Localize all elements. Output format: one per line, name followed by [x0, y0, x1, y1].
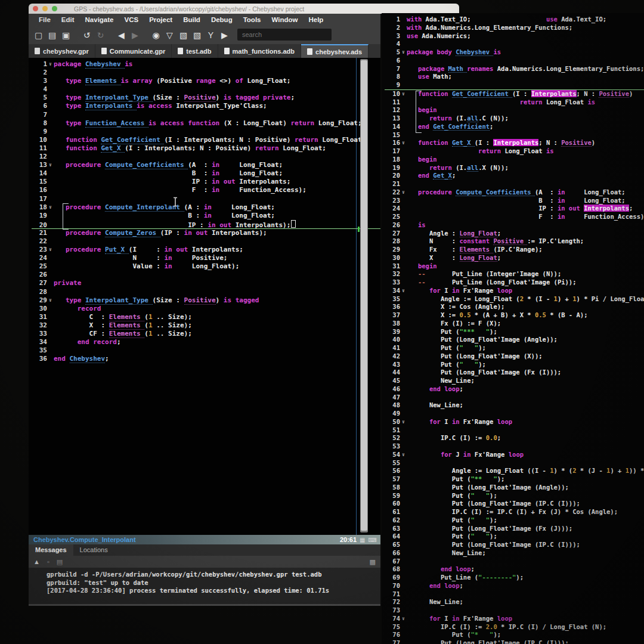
line-number[interactable]: 77	[385, 639, 400, 644]
code-line[interactable]: 27 Angle : Long_Float;	[385, 230, 644, 238]
code-line[interactable]: 1∨package Chebyshev is	[32, 60, 380, 69]
code-line[interactable]: 16∨ function Get_X (I : Interpolants; N …	[385, 139, 644, 147]
new-file-icon[interactable]: ▢	[33, 30, 44, 41]
code-line[interactable]: 41 Put (" ");	[385, 344, 644, 352]
editor-chebyshev-adb[interactable]: 1with Ada.Text_IO; use Ada.Text_IO;2with…	[382, 13, 644, 644]
line-number[interactable]: 21	[32, 229, 47, 237]
line-number[interactable]: 72	[385, 598, 400, 605]
code-line[interactable]: 5 type Interpolant_Type (Size : Positive…	[32, 94, 380, 102]
flask-icon[interactable]: Y	[206, 30, 216, 41]
code-line[interactable]: 14 B : in Long_Float;	[32, 169, 380, 178]
line-number[interactable]: 11	[32, 144, 47, 152]
current-subprogram-link[interactable]: Chebyshev.Compute_Interpolant	[33, 536, 136, 543]
line-number[interactable]: 60	[385, 500, 400, 507]
line-number[interactable]: 21	[385, 180, 400, 187]
line-number[interactable]: 30	[32, 305, 47, 312]
code-line[interactable]: 74∨ for I in Fx'Range loop	[385, 615, 644, 623]
line-number[interactable]: 1	[385, 16, 400, 23]
code-line[interactable]: 5∨package body Chebyshev is	[385, 48, 644, 57]
undo-icon[interactable]: ↺	[82, 30, 92, 41]
keyboard-icon[interactable]: ⌨	[369, 537, 377, 543]
close-window-icon[interactable]	[33, 6, 38, 11]
line-number[interactable]: 13	[385, 114, 400, 122]
line-number[interactable]: 22	[32, 237, 47, 245]
line-number[interactable]: 31	[32, 313, 47, 321]
line-number[interactable]: 16	[32, 186, 47, 194]
code-line[interactable]: 63 Put (Long_Float'Image (Fx (J)));	[385, 525, 644, 533]
code-line[interactable]: 60 Put (Long_Float'Image (IP.C (I)));	[385, 500, 644, 508]
fold-arrow-icon[interactable]: ∨	[400, 49, 407, 55]
tab-chebyshev.ads[interactable]: chebyshev.ads	[301, 44, 369, 58]
line-number[interactable]: 42	[385, 352, 400, 360]
menu-file[interactable]: File	[33, 14, 56, 26]
code-line[interactable]: 35 Angle := Long_Float (2 * (I - 1) + 1)…	[385, 295, 644, 304]
code-line[interactable]: 24 IP : in out Interpolants;	[385, 205, 644, 213]
code-line[interactable]: 50∨ for I in Fx'Range loop	[385, 418, 644, 426]
line-number[interactable]: 11	[385, 98, 400, 106]
code-line[interactable]: 58 Put (Long_Float'Image (Angle));	[385, 484, 644, 492]
code-line[interactable]: 67	[385, 558, 644, 566]
code-line[interactable]: 33 -- Put_Line (Long_Float'Image (Pi));	[385, 278, 644, 287]
line-number[interactable]: 3	[32, 77, 47, 85]
line-number[interactable]: 36	[32, 355, 47, 363]
code-line[interactable]: 72 New_Line;	[385, 598, 644, 606]
line-number[interactable]: 45	[385, 377, 400, 384]
line-number[interactable]: 47	[385, 394, 400, 401]
line-number[interactable]: 29	[32, 296, 47, 304]
line-number[interactable]: 63	[385, 525, 400, 532]
line-number[interactable]: 6	[385, 57, 400, 64]
code-line[interactable]: 21	[385, 180, 644, 188]
menu-edit[interactable]: Edit	[56, 14, 80, 26]
code-line[interactable]: 9	[32, 128, 380, 136]
line-number[interactable]: 58	[385, 484, 400, 491]
code-line[interactable]: 68 end loop;	[385, 565, 644, 574]
code-line[interactable]: 6 type Interpolants is access Interpolan…	[32, 102, 380, 110]
line-number[interactable]: 41	[385, 344, 400, 351]
code-line[interactable]: 65 Put (Long_Float'Image (IP.C (I)));	[385, 541, 644, 549]
code-line[interactable]: 34∨ for I in Fx'Range loop	[385, 287, 644, 295]
line-number[interactable]: 52	[385, 434, 400, 441]
fold-arrow-icon[interactable]: ∨	[400, 140, 407, 145]
line-number[interactable]: 27	[385, 230, 400, 237]
code-line[interactable]: 48 New_Line;	[385, 401, 644, 410]
line-number[interactable]: 12	[32, 153, 47, 160]
code-line[interactable]: 25 F : in Function_Access)	[385, 213, 644, 221]
menu-help[interactable]: Help	[303, 14, 329, 26]
line-number[interactable]: 28	[385, 237, 400, 244]
code-line[interactable]: 73	[385, 606, 644, 615]
line-number[interactable]: 6	[32, 102, 47, 110]
code-line[interactable]: 32 -- Put_Line (Integer'Image (N));	[385, 270, 644, 278]
code-line[interactable]: 26	[32, 271, 380, 279]
line-number[interactable]: 62	[385, 516, 400, 524]
code-line[interactable]: 28	[32, 288, 380, 296]
line-number[interactable]: 67	[385, 558, 400, 565]
code-line[interactable]: 37 X := 0.5 * (A + B) + X * 0.5 * (B - A…	[385, 311, 644, 320]
code-line[interactable]: 42 Put (Long_Float'Image (X));	[385, 352, 644, 361]
line-number[interactable]: 17	[385, 147, 400, 154]
line-number[interactable]: 17	[32, 195, 47, 203]
code-line[interactable]: 29∨ type Interpolant_Type (Size : Positi…	[32, 296, 380, 305]
line-number[interactable]: 48	[385, 401, 400, 408]
preferences-icon[interactable]: ▩	[370, 558, 376, 566]
line-number[interactable]: 59	[385, 492, 400, 499]
code-line[interactable]: 62 Put (" ");	[385, 516, 644, 525]
line-number[interactable]: 33	[385, 278, 400, 286]
code-line[interactable]: 40 Put (Long_Float'Image (Angle));	[385, 336, 644, 344]
code-line[interactable]: 31 begin	[385, 262, 644, 271]
search-input[interactable]	[237, 29, 332, 41]
code-line[interactable]: 14 end Get_Coefficient;	[385, 123, 644, 131]
menu-debug[interactable]: Debug	[206, 14, 238, 26]
code-line[interactable]: 49	[385, 410, 644, 418]
export-icon[interactable]: ▫	[47, 558, 49, 565]
minimize-window-icon[interactable]	[42, 6, 48, 11]
code-line[interactable]: 11 function Get_X (I : Interpolants; N :…	[32, 144, 380, 153]
grid-icon[interactable]: ▦	[360, 537, 365, 543]
code-line[interactable]: 39 Put ("*** ");	[385, 328, 644, 336]
code-line[interactable]: 38 Fx (I) := F (X);	[385, 320, 644, 328]
code-line[interactable]: 17 return Long_Float is	[385, 147, 644, 156]
panel-tab-locations[interactable]: Locations	[73, 544, 114, 556]
code-line[interactable]: 31 C : Elements (1 .. Size);	[32, 313, 380, 321]
code-line[interactable]: 23∨ procedure Put_X (I : in out Interpol…	[32, 246, 380, 254]
line-number[interactable]: 57	[385, 475, 400, 482]
code-line[interactable]: 71	[385, 590, 644, 599]
